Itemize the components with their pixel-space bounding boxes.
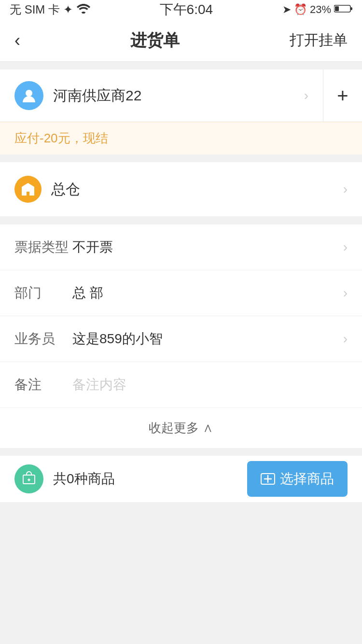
department-label: 部门 <box>14 284 72 302</box>
location-icon: ➤ <box>282 3 291 16</box>
invoice-type-chevron-icon: › <box>343 239 348 255</box>
department-chevron-icon: › <box>343 285 348 301</box>
collapse-bar[interactable]: 收起更多 ∧ <box>0 407 362 448</box>
product-count-text: 共0种商品 <box>53 470 247 488</box>
page-title: 进货单 <box>130 29 180 52</box>
open-pending-button[interactable]: 打开挂单 <box>290 30 348 50</box>
supplier-section: 河南供应商22 › + <box>0 70 362 122</box>
status-bar: 无 SIM 卡 ✦ 下午6:04 ➤ ⏰ 23% <box>0 0 362 19</box>
top-divider <box>0 62 362 70</box>
page-background <box>0 502 362 628</box>
battery-text: 23% <box>310 3 331 16</box>
warehouse-icon <box>14 176 42 203</box>
remark-row[interactable]: 备注 备注内容 <box>0 362 362 407</box>
supplier-chevron-icon: › <box>304 88 308 103</box>
salesperson-row[interactable]: 业务员 这是859的小智 › <box>0 316 362 362</box>
remark-input[interactable]: 备注内容 <box>72 376 348 394</box>
warehouse-chevron-icon: › <box>343 182 348 197</box>
battery-icon <box>334 3 352 16</box>
select-product-button[interactable]: 选择商品 <box>247 461 348 497</box>
supplier-selector[interactable]: 河南供应商22 › <box>0 70 323 122</box>
status-bar-left: 无 SIM 卡 ✦ <box>10 2 90 17</box>
remark-label: 备注 <box>14 376 72 394</box>
invoice-type-label: 票据类型 <box>14 238 72 256</box>
add-supplier-button[interactable]: + <box>323 70 362 122</box>
status-bar-right: ➤ ⏰ 23% <box>282 3 352 16</box>
alarm-icon: ⏰ <box>294 3 307 16</box>
select-product-label: 选择商品 <box>280 470 334 488</box>
bottom-bar: 共0种商品 选择商品 <box>0 456 362 502</box>
supplier-name: 河南供应商22 <box>53 86 299 106</box>
sim-status: 无 SIM 卡 ✦ <box>10 2 73 17</box>
notice-bar: 应付-20元，现结 <box>0 122 362 154</box>
salesperson-chevron-icon: › <box>343 331 348 347</box>
status-bar-time: 下午6:04 <box>160 0 213 19</box>
form-section: 票据类型 不开票 › 部门 总 部 › 业务员 这是859的小智 › 备注 备注… <box>0 224 362 407</box>
collapse-text: 收起更多 ∧ <box>149 420 213 435</box>
warehouse-section[interactable]: 总仓 › <box>0 162 362 217</box>
department-row[interactable]: 部门 总 部 › <box>0 270 362 316</box>
invoice-type-row[interactable]: 票据类型 不开票 › <box>0 224 362 270</box>
supplier-avatar <box>14 81 43 110</box>
svg-rect-1 <box>335 6 339 11</box>
svg-rect-2 <box>350 7 352 10</box>
invoice-type-value: 不开票 <box>72 238 338 256</box>
salesperson-value: 这是859的小智 <box>72 330 338 348</box>
warehouse-name: 总仓 <box>51 180 338 199</box>
notice-text: 应付-20元，现结 <box>14 131 108 145</box>
svg-point-3 <box>26 90 32 97</box>
department-value: 总 部 <box>72 284 338 302</box>
salesperson-label: 业务员 <box>14 330 72 348</box>
wifi-icon <box>77 3 90 16</box>
bottom-divider <box>0 448 362 456</box>
back-button[interactable]: ‹ <box>14 30 20 51</box>
product-icon <box>14 464 43 493</box>
nav-bar: ‹ 进货单 打开挂单 <box>0 19 362 62</box>
